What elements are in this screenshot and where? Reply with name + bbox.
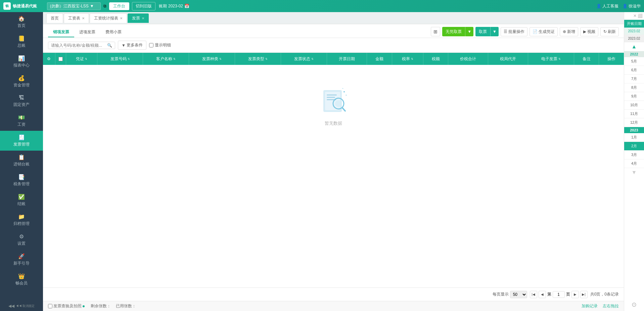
search-box[interactable]: 🔍 [48,42,115,49]
grid-view-icon[interactable]: ⊞ [431,27,440,36]
col-invoice-category-sort[interactable]: ⇅ [265,57,268,61]
col-voucher[interactable]: 凭证 ⇅ [66,53,97,65]
sidebar-item-guide[interactable]: 🚀 新手引导 [0,250,43,270]
col-open-date: 开票日期 [327,53,367,65]
col-customer-sort[interactable]: ⇅ [173,57,176,61]
col-voucher-sort[interactable]: ⇅ [85,57,87,61]
pagination-bar: 每页显示 50 100 200 |◀ ◀ 第 页 ▶ ▶| 共0页，0条 [43,287,624,301]
sidebar-item-tax[interactable]: 📑 税务管理 [0,170,43,190]
panel-close-icon[interactable]: ✕ [633,13,637,18]
col-customer[interactable]: 客户名称 ⇅ [143,53,189,65]
panel-scroll-down[interactable]: ⊙ [624,298,644,311]
join-purchase-link[interactable]: 加购记录 [582,303,598,309]
year-nav-down[interactable]: ▼ [624,168,644,177]
no-voucher-button[interactable]: 无凭取票 ▼ [442,27,473,36]
page-number-input[interactable] [553,291,565,298]
period-edit-icon[interactable]: 📅 [184,4,189,8]
month-2022-05[interactable]: 5月 [624,57,644,66]
tab-invoice-close[interactable]: ✕ [142,16,144,20]
year-nav-up[interactable]: ▲ [624,42,644,51]
customer-service-item[interactable]: 👤 人工客服 [596,3,618,9]
sidebar-collapse-button[interactable]: ◀◀ ◀◀ 取消固定 [0,301,43,311]
month-2022-12[interactable]: 12月 [624,118,644,127]
col-customer-label: 客户名称 [156,56,172,62]
tab-salary-table[interactable]: 工资表 ✕ [64,13,89,23]
select-all-checkbox[interactable] [58,57,63,61]
col-invoice-category[interactable]: 发票类型 ⇅ [235,53,281,65]
sidebar-item-reports[interactable]: 📊 报表中心 [0,52,43,72]
month-2022-06[interactable]: 6月 [624,66,644,75]
sub-tab-expense[interactable]: 费用小票 [100,28,127,37]
col-tax-rate[interactable]: 税率 ⇅ [392,53,423,65]
copy-icon[interactable]: ⧉ [103,4,106,8]
panel-expand-icon[interactable]: ⬜ [638,13,643,18]
company-selector[interactable]: (勿删）江西股宝-LSS ▼ [47,2,101,10]
invoice-check-checkbox[interactable] [48,304,52,308]
customer-service-icon: 👤 [596,4,601,8]
tab-salary-stats[interactable]: 工资统计报表 ✕ [90,13,127,23]
date-2023-02-item[interactable]: 2023.02 [624,35,644,42]
month-2023-03[interactable]: 3月 [624,151,644,159]
last-page-button[interactable]: ▶| [580,291,588,298]
sidebar-item-assets[interactable]: 🏗 固定资产 [0,91,43,111]
new-button[interactable]: ⊕ 新增 [560,27,578,36]
month-2023-02[interactable]: 2月 [624,142,644,151]
month-2022-11[interactable]: 11月 [624,110,644,118]
next-page-button[interactable]: ▶ [571,291,579,298]
month-2023-01[interactable]: 1月 [624,133,644,142]
open-period-header[interactable]: 开账日期 [624,20,644,28]
first-page-button[interactable]: |◀ [530,291,537,298]
sidebar-item-ledger[interactable]: 📒 总账 [0,32,43,52]
col-invoice-status[interactable]: 发票状态 ⇅ [281,53,327,65]
tab-home[interactable]: 首页 [46,13,63,23]
switch-version-button[interactable]: 切到旧版 [132,2,155,10]
prev-page-button[interactable]: ◀ [539,291,546,298]
col-tax-rate-sort[interactable]: ⇅ [411,57,413,61]
col-invoice-type-sort[interactable]: ⇅ [219,57,222,61]
user-profile-item[interactable]: 👤 徐溢华 [623,3,641,9]
left-right-drag-link[interactable]: 左右拖拉 [603,303,619,309]
sidebar-item-archive[interactable]: 📁 归档管理 [0,210,43,230]
gen-voucher-button[interactable]: 📄 生成凭证 [530,27,558,36]
tab-invoice[interactable]: 发票 ✕ [128,13,149,23]
search-input[interactable] [51,43,106,48]
more-filter-button[interactable]: ▼ 更多条件 [118,41,146,50]
col-invoice-type[interactable]: 发票种类 ⇅ [189,53,235,65]
sidebar-item-settle[interactable]: ✅ 结账 [0,190,43,210]
col-amount-label: 金额 [375,56,383,62]
month-2022-07[interactable]: 7月 [624,75,644,83]
month-2023-04[interactable]: 4月 [624,159,644,168]
sidebar-item-home[interactable]: 🏠 首页 [0,12,43,32]
sub-tab-purchase-invoice[interactable]: 进项发票 [74,28,100,37]
display-detail-check[interactable] [149,43,153,47]
col-e-invoice-sort[interactable]: ⇅ [558,57,561,61]
col-settings[interactable]: ⚙ [43,53,55,65]
take-ticket-button[interactable]: 取票 ▼ [475,27,499,36]
sidebar-item-settings[interactable]: ⚙ 设置 [0,230,43,250]
video-button[interactable]: ▶ 视频 [580,27,598,36]
col-invoice-no[interactable]: 发票号码 ⇅ [97,53,143,65]
month-2022-09[interactable]: 9月 [624,92,644,101]
per-page-dropdown[interactable]: 50 100 200 [510,291,527,298]
month-2022-08[interactable]: 8月 [624,83,644,92]
col-invoice-status-sort[interactable]: ⇅ [311,57,314,61]
sub-tab-sales-invoice[interactable]: 销项发票 [48,28,74,37]
no-voucher-arrow-icon[interactable]: ▼ [465,27,473,36]
sidebar-item-capital[interactable]: 💰 资金管理 [0,72,43,91]
sidebar-item-invoice[interactable]: 🧾 发票管理 [0,131,43,151]
sidebar-item-salary[interactable]: 💵 工资 [0,111,43,131]
batch-op-button[interactable]: ☰ 批量操作 [501,27,527,36]
month-2022-10[interactable]: 10月 [624,101,644,110]
col-invoice-no-sort[interactable]: ⇅ [128,57,130,61]
sidebar-item-sales[interactable]: 📋 进销台账 [0,151,43,170]
sidebar-item-member[interactable]: 👑 畅会员 [0,270,43,289]
tab-salary-table-close[interactable]: ✕ [82,16,85,20]
col-checkbox[interactable] [55,53,66,65]
workspace-button[interactable]: 工作台 [109,2,129,10]
take-ticket-arrow-icon[interactable]: ▼ [490,27,499,36]
search-icon[interactable]: 🔍 [107,43,112,48]
tab-salary-stats-close[interactable]: ✕ [120,16,123,20]
refresh-button[interactable]: ↻ 刷新 [600,27,619,36]
col-e-invoice[interactable]: 电子发票 ⇅ [528,53,574,65]
display-detail-checkbox[interactable]: 显示明细 [149,42,171,48]
